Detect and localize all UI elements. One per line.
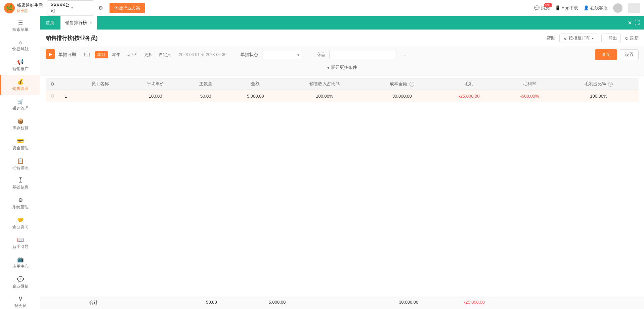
sidebar-item-marketing[interactable]: 📢 营销推广	[0, 55, 40, 75]
cell-gross: -25,000.00	[438, 90, 501, 102]
sidebar-item-inventory[interactable]: 📦 库存核算	[0, 115, 40, 135]
date-tab-lastmonth[interactable]: 上月	[80, 51, 93, 58]
online-service-button[interactable]: 👤 在线客服	[584, 5, 608, 11]
download-icon: 📱	[555, 5, 560, 10]
tab-minimize-icon[interactable]: ✕	[628, 20, 632, 26]
app-logo: 🌿 畅康通好生意 标准版	[4, 3, 44, 13]
col-avg-price: 平均单价	[128, 78, 183, 90]
app-download-button[interactable]: 📱 App下载	[555, 5, 578, 11]
sidebar-label-appcenter: 应用中心	[12, 264, 29, 269]
ranking-table: ⚙ 员工名称 平均单价 主数量 全额 销售收入占比% 成本全额 i 毛利	[46, 78, 639, 102]
message-button[interactable]: 💬 消息 99+	[534, 5, 550, 11]
page-content: 销售排行榜(按业务员) 帮助 🖨 按模板打印 ▾ ↑ 导出 ↻ 刷新	[40, 30, 644, 309]
footer-spacer	[46, 300, 73, 306]
top-bar: 🌿 畅康通好生意 标准版 XXXXX公司 ▾ ⚙ 体验行业方案 💬 消息 99+…	[0, 0, 644, 16]
search-icon: ☰	[18, 19, 23, 26]
sidebar-item-guide[interactable]: 📖 新手引导	[0, 233, 40, 253]
sidebar-item-purchase[interactable]: 🛒 采购管理	[0, 95, 40, 115]
refresh-button[interactable]: ↻ 刷新	[625, 35, 639, 41]
online-service-label: 在线客服	[590, 5, 608, 11]
sidebar-label-marketing: 营销推广	[12, 66, 29, 72]
tab-close-icon[interactable]: ×	[89, 20, 92, 25]
table-row: ⚙ 1 100.00 50.00 5,000.00 100.00% 30,000…	[46, 90, 639, 102]
filter-toggle-button[interactable]: ▶	[46, 49, 55, 59]
user-info[interactable]	[628, 3, 640, 13]
tab-maximize-icon[interactable]: ⛶	[635, 20, 640, 26]
sidebar-item-vip[interactable]: V 畅会员	[0, 293, 40, 309]
company-selector[interactable]: XXXXX公司 ▾	[47, 0, 94, 16]
cell-rank: 1	[59, 90, 73, 102]
message-badge: 99+	[544, 3, 552, 7]
appcenter-icon: 📺	[17, 256, 24, 263]
tab-home[interactable]: 首页	[40, 16, 60, 30]
settings-icon-button[interactable]: ⚙	[95, 3, 105, 13]
expand-icon: ▾	[327, 65, 330, 70]
service-icon: 👤	[584, 5, 589, 10]
status-select-wrapper	[262, 51, 302, 59]
print-chevron-icon: ▾	[592, 37, 594, 40]
chevron-down-icon: ▾	[71, 6, 90, 10]
date-label: 单据日期	[58, 52, 76, 58]
inventory-icon: 📦	[17, 118, 24, 124]
page-header-actions: 帮助 🖨 按模板打印 ▾ ↑ 导出 ↻ 刷新	[547, 34, 639, 43]
date-tab-custom[interactable]: 自定义	[156, 51, 174, 58]
sidebar-item-finance[interactable]: 💳 资金管理	[0, 135, 40, 154]
sidebar-item-management[interactable]: 📋 经营管理	[0, 154, 40, 174]
expand-label: 展开更多条件	[331, 64, 357, 70]
print-button[interactable]: 🖨 按模板打印 ▾	[559, 34, 597, 43]
expand-more-button[interactable]: ▾ 展开更多条件	[46, 63, 639, 72]
date-tab-thismonth[interactable]: 本月	[95, 51, 108, 58]
help-button[interactable]: 帮助	[547, 35, 555, 41]
sidebar-label-sales: 销售管理	[12, 86, 29, 92]
col-rank	[59, 78, 73, 90]
row-gear-icon[interactable]: ⚙	[50, 93, 55, 99]
cell-gross-rate: -500.00%	[501, 90, 559, 102]
cost-info-icon[interactable]: i	[410, 82, 414, 87]
status-select[interactable]	[262, 51, 302, 59]
footer-label: 合计	[73, 300, 113, 306]
footer-amount: 5,000.00	[244, 300, 310, 306]
footer-avg-price	[113, 300, 179, 306]
query-button[interactable]: 查询	[595, 49, 617, 60]
footer-gross-pct	[573, 300, 639, 306]
goods-label: 商品	[316, 52, 325, 58]
date-tab-more[interactable]: 更多	[141, 51, 155, 58]
trial-button[interactable]: 体验行业方案	[110, 3, 145, 13]
refresh-icon: ↻	[625, 36, 629, 41]
sidebar-item-appcenter[interactable]: 📺 应用中心	[0, 253, 40, 273]
export-button[interactable]: ↑ 导出	[601, 34, 621, 43]
col-amount: 全额	[228, 78, 283, 90]
management-icon: 📋	[17, 158, 24, 164]
table-header-row: ⚙ 员工名称 平均单价 主数量 全额 销售收入占比% 成本全额 i 毛利	[46, 78, 639, 90]
gross-pct-info-icon[interactable]: i	[608, 82, 613, 87]
sidebar-item-search[interactable]: ☰ 搜索菜单	[0, 16, 40, 36]
main-layout: ☰ 搜索菜单 ⌂ 快捷导航 📢 营销推广 💰 销售管理 🛒 采购管理 📦 库存核…	[0, 16, 644, 309]
date-tab-7days[interactable]: 近7天	[124, 51, 140, 58]
table-settings-button[interactable]: 设置	[620, 49, 639, 60]
footer-cost: 30,000.00	[376, 300, 442, 306]
sidebar-item-sales[interactable]: 💰 销售管理	[0, 75, 40, 95]
sidebar-item-wechat[interactable]: 💬 企业微信	[0, 273, 40, 293]
cell-sales-pct: 100.00%	[283, 90, 367, 102]
sidebar-item-basics[interactable]: 🗄 基础信息	[0, 174, 40, 194]
tab-bar-actions: ✕ ⛶	[628, 20, 644, 26]
logo-icon: 🌿	[4, 3, 15, 13]
sidebar-label-wechat: 企业微信	[12, 284, 29, 289]
footer-gross-rate	[507, 300, 573, 306]
col-gear-icon[interactable]: ⚙	[50, 82, 54, 87]
table-container: ⚙ 员工名称 平均单价 主数量 全额 销售收入占比% 成本全额 i 毛利	[40, 75, 644, 296]
collab-icon: 🤝	[17, 217, 24, 223]
col-gross-pct: 毛利占比% i	[559, 78, 639, 90]
sidebar-item-collab[interactable]: 🤝 企业协同	[0, 213, 40, 233]
sidebar-label-collab: 企业协同	[12, 224, 29, 230]
sidebar-label-basics: 基础信息	[12, 185, 29, 190]
top-bar-right: 💬 消息 99+ 📱 App下载 👤 在线客服	[534, 3, 640, 13]
sidebar-item-system[interactable]: ⚙ 系统管理	[0, 194, 40, 213]
avatar[interactable]	[613, 3, 622, 13]
goods-input[interactable]	[329, 51, 396, 59]
sidebar-item-quicknav[interactable]: ⌂ 快捷导航	[0, 36, 40, 55]
tab-sales-ranking[interactable]: 销售排行榜 ×	[60, 16, 97, 30]
goods-more-button[interactable]: ...	[400, 52, 408, 58]
date-tab-thisyear[interactable]: 本年	[110, 51, 123, 58]
sidebar-label-inventory: 库存核算	[12, 125, 29, 131]
